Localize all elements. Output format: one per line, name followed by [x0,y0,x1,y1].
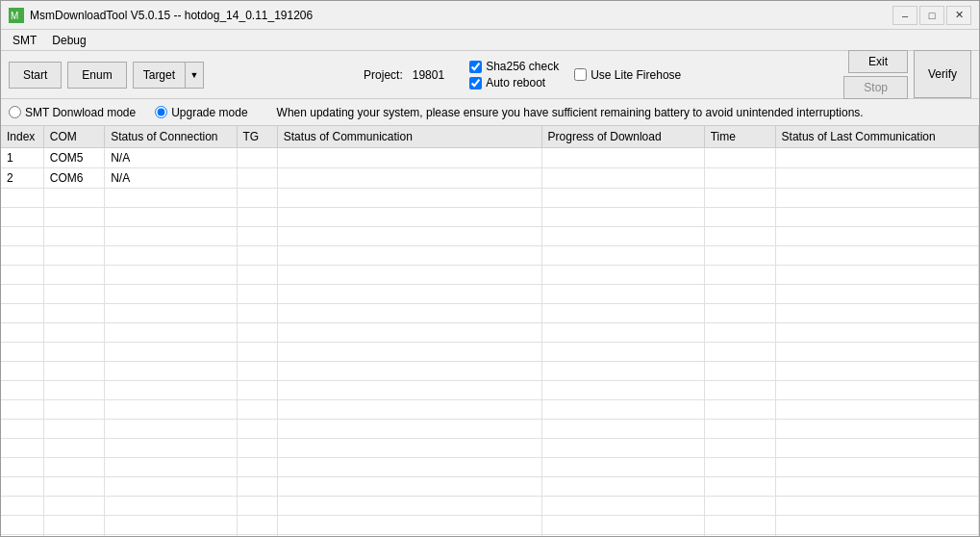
auto-reboot-checkbox[interactable] [469,77,482,90]
cell-time [704,168,775,189]
table-row-empty [1,189,979,208]
table-header-row: Index COM Status of Connection TG Status… [1,126,979,148]
cell-status-comm [277,168,541,189]
main-window: M MsmDownloadTool V5.0.15 -- hotdog_14_0… [0,0,980,537]
use-lite-item: Use Lite Firehose [574,68,681,82]
table-row-empty [1,362,979,381]
table-row-empty [1,535,979,537]
col-header-com: COM [43,126,104,148]
auto-reboot-label: Auto reboot [486,76,545,90]
table-row-empty [1,343,979,362]
use-lite-checkbox[interactable] [574,68,587,81]
cell-status-comm [277,148,541,168]
cell-tg [237,148,277,168]
table-row-empty [1,381,979,400]
verify-button[interactable]: Verify [914,50,971,98]
stop-button[interactable]: Stop [843,76,908,99]
col-header-progress: Progress of Download [541,126,704,148]
project-label: Project: [364,68,403,82]
app-icon: M [9,8,24,23]
table-row: 1 COM5 N/A [1,148,979,168]
cell-last-comm [775,168,978,189]
maximize-button[interactable]: □ [919,6,944,25]
cell-progress [541,168,704,189]
exit-stop-group: Exit Stop [843,50,908,99]
table-row: 2 COM6 N/A [1,168,979,189]
smt-download-mode-item: SMT Donwload mode [9,106,136,119]
col-header-index: Index [1,126,43,148]
col-header-status-comm: Status of Communication [277,126,541,148]
cell-com: COM5 [43,148,104,168]
close-button[interactable]: ✕ [946,6,971,25]
menu-smt[interactable]: SMT [5,32,44,49]
minimize-button[interactable]: – [892,6,917,25]
col-header-status-conn: Status of Connection [105,126,237,148]
cell-last-comm [775,148,978,168]
menu-debug[interactable]: Debug [44,32,93,49]
table-container: Index COM Status of Connection TG Status… [1,126,979,536]
enum-button[interactable]: Enum [67,62,126,89]
table-row-empty [1,477,979,497]
table-row-empty [1,400,979,420]
table-row-empty [1,497,979,516]
table-row-empty [1,227,979,246]
cell-time [704,148,775,168]
exit-button[interactable]: Exit [848,50,908,73]
sha256-label: Sha256 check [486,60,559,73]
col-header-time: Time [704,126,775,148]
table-body: 1 COM5 N/A 2 COM6 N/A [1,148,979,537]
project-value: 19801 [413,68,444,82]
table-row-empty [1,266,979,285]
menu-bar: SMT Debug [1,30,979,51]
upgrade-mode-radio[interactable] [155,106,167,118]
cell-index: 2 [1,168,43,189]
table-row-empty [1,516,979,535]
table-row-empty [1,304,979,323]
svg-text:M: M [11,11,18,21]
upgrade-mode-label: Upgrade mode [171,106,247,119]
target-arrow-button[interactable]: ▼ [185,62,204,89]
start-button[interactable]: Start [9,62,62,89]
table-row-empty [1,323,979,343]
cell-status-conn: N/A [105,148,237,168]
col-header-tg: TG [237,126,277,148]
window-title: MsmDownloadTool V5.0.15 -- hotdog_14_0.1… [30,9,313,22]
sha256-checkbox[interactable] [469,61,482,73]
col-header-last-comm: Status of Last Communication [775,126,978,148]
cell-com: COM6 [43,168,104,189]
checkboxes-group: Sha256 check Auto reboot [469,60,559,90]
target-button[interactable]: Target [133,62,185,89]
table-row-empty [1,420,979,439]
table-row-empty [1,285,979,304]
table-row-empty [1,246,979,266]
title-bar-left: M MsmDownloadTool V5.0.15 -- hotdog_14_0… [9,8,313,23]
main-table: Index COM Status of Connection TG Status… [1,126,979,536]
cell-progress [541,148,704,168]
table-row-empty [1,458,979,477]
sha256-check-item: Sha256 check [469,60,559,73]
target-dropdown: Target ▼ [133,62,204,89]
mode-bar: SMT Donwload mode Upgrade mode When upda… [1,99,979,126]
use-lite-label: Use Lite Firehose [591,68,681,82]
right-buttons: Exit Stop Verify [843,50,971,99]
cell-index: 1 [1,148,43,168]
window-controls: – □ ✕ [892,6,971,25]
auto-reboot-item: Auto reboot [469,76,559,90]
table-row-empty [1,208,979,227]
title-bar: M MsmDownloadTool V5.0.15 -- hotdog_14_0… [1,1,979,30]
smt-download-radio[interactable] [9,106,21,118]
smt-download-label: SMT Donwload mode [25,106,136,119]
upgrade-mode-item: Upgrade mode [155,106,247,119]
mode-message: When updating your system, please ensure… [277,106,864,119]
cell-status-conn: N/A [105,168,237,189]
cell-tg [237,168,277,189]
toolbar: Start Enum Target ▼ Project: 19801 Sha25… [1,51,979,99]
table-row-empty [1,439,979,458]
